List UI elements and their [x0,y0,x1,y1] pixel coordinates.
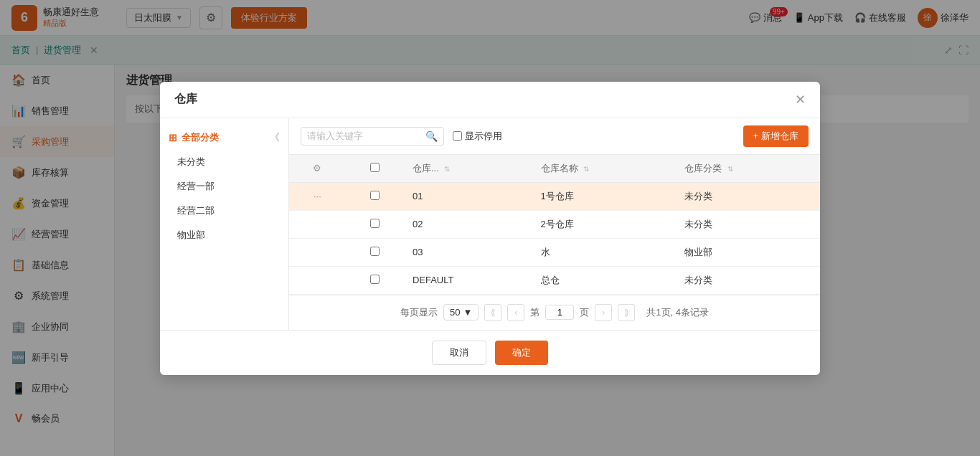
modal-right-panel: 🔍 显示停用 + 新增仓库 ⚙ [289,118,820,330]
col-code: 仓库... ⇅ [404,155,532,183]
page-number-input[interactable] [545,305,574,320]
row-check-4[interactable] [346,266,404,294]
col-category-sort-icon[interactable]: ⇅ [727,165,733,173]
show-disabled-label: 显示停用 [465,130,502,143]
modal-body: ⊞ 全部分类 《 未分类 经营一部 经营二部 物业部 🔍 [160,118,820,330]
modal-title: 仓库 [174,92,197,107]
category-all-label: ⊞ 全部分类 [169,131,219,144]
per-page-label: 每页显示 [400,306,438,319]
row-category-2: 未分类 [676,210,820,238]
col-category-label: 仓库分类 [684,163,722,174]
row-code-2: 02 [404,210,532,238]
pagination: 每页显示 50 ▼ ⟪ ‹ 第 页 › ⟫ 共1页, 4条记录 [289,295,820,330]
row-name-1: 1号仓库 [532,182,677,210]
row-gear-3[interactable] [289,238,346,266]
show-disabled-toggle[interactable]: 显示停用 [453,130,502,143]
first-page-button[interactable]: ⟪ [484,304,501,321]
table-row[interactable]: 02 2号仓库 未分类 [289,210,820,238]
row-name-4: 总仓 [532,266,677,294]
row-more-icon-1[interactable]: ··· [314,191,321,201]
cancel-button[interactable]: 取消 [432,341,486,365]
modal-overlay: 仓库 ✕ ⊞ 全部分类 《 未分类 经营一部 经营二部 物业部 [0,0,980,456]
modal-toolbar: 🔍 显示停用 + 新增仓库 [289,118,820,155]
modal-header: 仓库 ✕ [160,82,820,118]
row-category-1: 未分类 [676,182,820,210]
category-item-dept2[interactable]: 经营二部 [160,199,288,223]
modal-footer: 取消 确定 [160,330,820,375]
col-name: 仓库名称 ⇅ [532,155,677,183]
per-page-select[interactable]: 50 ▼ [443,304,479,320]
category-all-text: 全部分类 [182,131,219,144]
col-name-sort-icon[interactable]: ⇅ [583,165,589,173]
warehouse-table: ⚙ 仓库... ⇅ 仓库名称 ⇅ [289,155,820,295]
search-icon[interactable]: 🔍 [425,130,438,142]
collapse-icon[interactable]: 《 [270,131,280,144]
table-row[interactable]: ··· 01 1号仓库 未分类 [289,182,820,210]
total-info: 共1页, 4条记录 [646,306,709,319]
table-body: ··· 01 1号仓库 未分类 02 2号仓库 [289,182,820,294]
category-item-property[interactable]: 物业部 [160,223,288,247]
add-warehouse-button[interactable]: + 新增仓库 [743,125,809,147]
row-gear-2[interactable] [289,210,346,238]
row-check-3[interactable] [346,238,404,266]
per-page-arrow-icon: ▼ [463,307,472,318]
col-gear[interactable]: ⚙ [289,155,346,183]
row-gear-4[interactable] [289,266,346,294]
row-checkbox-4[interactable] [370,275,380,284]
col-code-label: 仓库... [413,163,439,174]
col-checkbox[interactable] [346,155,404,183]
per-page-value: 50 [450,307,460,318]
col-category: 仓库分类 ⇅ [676,155,820,183]
col-name-label: 仓库名称 [541,163,578,174]
row-check-1[interactable] [346,182,404,210]
row-name-2: 2号仓库 [532,210,677,238]
table-header: ⚙ 仓库... ⇅ 仓库名称 ⇅ [289,155,820,183]
confirm-button[interactable]: 确定 [495,341,548,365]
row-category-3: 物业部 [676,238,820,266]
category-item-unclassified[interactable]: 未分类 [160,150,288,174]
row-checkbox-2[interactable] [370,219,380,228]
next-page-button[interactable]: › [595,304,612,321]
row-checkbox-3[interactable] [370,247,380,256]
row-category-4: 未分类 [676,266,820,294]
row-name-3: 水 [532,238,677,266]
select-all-checkbox[interactable] [370,163,380,172]
show-disabled-checkbox[interactable] [453,131,462,141]
category-header[interactable]: ⊞ 全部分类 《 [160,125,288,150]
row-code-4: DEFAULT [404,266,532,294]
warehouse-modal: 仓库 ✕ ⊞ 全部分类 《 未分类 经营一部 经营二部 物业部 [160,82,820,375]
grid-icon: ⊞ [169,132,177,143]
row-check-2[interactable] [346,210,404,238]
page-unit-label: 第 [530,306,540,319]
row-code-1: 01 [404,182,532,210]
category-sidebar: ⊞ 全部分类 《 未分类 经营一部 经营二部 物业部 [160,118,289,330]
table-row[interactable]: DEFAULT 总仓 未分类 [289,266,820,294]
col-code-sort-icon[interactable]: ⇅ [444,165,450,173]
search-input[interactable] [307,130,421,141]
prev-page-button[interactable]: ‹ [507,304,524,321]
row-code-3: 03 [404,238,532,266]
table-row[interactable]: 03 水 物业部 [289,238,820,266]
page-suffix-label: 页 [580,306,589,319]
row-checkbox-1[interactable] [370,191,380,200]
last-page-button[interactable]: ⟫ [618,304,635,321]
warehouse-table-wrap: ⚙ 仓库... ⇅ 仓库名称 ⇅ [289,155,820,295]
modal-close-button[interactable]: ✕ [795,92,806,108]
row-gear-1[interactable]: ··· [289,182,346,210]
search-box[interactable]: 🔍 [301,127,444,146]
category-item-dept1[interactable]: 经营一部 [160,174,288,199]
